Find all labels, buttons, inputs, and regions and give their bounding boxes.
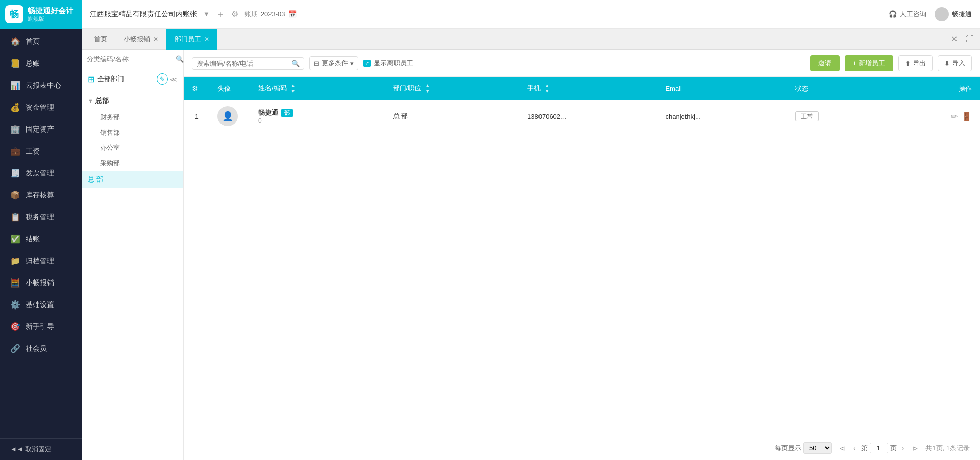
th-settings[interactable]: ⚙ (184, 77, 209, 100)
prev-page-button[interactable]: ‹ (850, 443, 859, 453)
collapse-dept-button[interactable]: ≪ (170, 73, 177, 85)
sidebar-item-expense-small[interactable]: 🧮 小畅报销 (0, 272, 82, 294)
sidebar-item-reports[interactable]: 📊 云报表中心 (0, 74, 82, 96)
export-button[interactable]: ⬆ 导出 (898, 55, 933, 71)
sidebar-item-label-archive: 归档管理 (26, 257, 54, 266)
headset-icon: 🎧 (889, 10, 897, 18)
add-employee-button[interactable]: + 新增员工 (845, 55, 893, 71)
cancel-pin-button[interactable]: ◄◄ 取消固定 (10, 445, 71, 454)
th-name-code[interactable]: 姓名/编码 ▲ ▼ (250, 77, 385, 100)
right-toolbar: 🔍 ⊟ 更多条件 ▾ ✓ 显示离职员工 邀请 + 新增员工 (184, 50, 980, 77)
user-menu[interactable]: 畅捷通 (935, 7, 972, 21)
dept-item-purchase[interactable]: 采购部 (94, 156, 183, 171)
app-title: 畅捷通好会计 (28, 6, 74, 15)
dept-header-actions: ✎ ≪ (157, 73, 177, 85)
close-tab-button[interactable]: ✕ (949, 32, 960, 46)
employee-code: 0 (258, 117, 377, 124)
row-email: chanjethkj... (657, 100, 787, 133)
expand-tab-button[interactable]: ⛶ (964, 33, 976, 46)
sort-mobile-icon: ▲ ▼ (545, 83, 550, 94)
consult-label: 人工咨询 (900, 10, 926, 19)
sidebar-item-payroll[interactable]: 💼 工资 (0, 140, 82, 162)
th-dept-position[interactable]: 部门/职位 ▲ ▼ (385, 77, 520, 100)
employee-table: ⚙ 头像 姓名/编码 ▲ ▼ 部门/职 (184, 77, 980, 133)
status-badge: 正常 (795, 111, 819, 121)
sidebar-item-all-apps[interactable]: 🔗 社会员 (0, 338, 82, 360)
edit-dept-button[interactable]: ✎ (157, 73, 168, 85)
page-size-select-input[interactable]: 50 100 (803, 442, 832, 454)
dept-item-finance[interactable]: 财务部 (94, 110, 183, 125)
sidebar-item-assets-mgmt[interactable]: 💰 资金管理 (0, 96, 82, 118)
expand-arrow: ▼ (88, 98, 93, 104)
calendar-icon[interactable]: 📅 (288, 10, 297, 18)
dept-item-office[interactable]: 办公室 (94, 140, 183, 156)
invite-button[interactable]: 邀请 (810, 55, 840, 71)
sidebar-item-label-ledger: 总账 (26, 59, 40, 68)
sidebar-item-guide[interactable]: 🎯 新手引导 (0, 316, 82, 338)
tab-home-label: 首页 (94, 35, 107, 44)
dept-item-sales[interactable]: 销售部 (94, 125, 183, 140)
th-mobile[interactable]: 手机 ▲ ▼ (519, 77, 657, 100)
dept-search-input[interactable] (87, 55, 173, 63)
checkout-icon: ✅ (10, 234, 20, 244)
sidebar-item-inventory[interactable]: 📦 库存核算 (0, 184, 82, 206)
th-avatar: 头像 (209, 77, 250, 100)
user-name: 畅捷通 (952, 10, 972, 19)
left-panel: 🔍 ⊞ 全部部门 ✎ ≪ ▼ 总部 财务部 (82, 50, 184, 460)
logo-text-area: 畅捷通好会计 旗舰版 (28, 6, 74, 23)
add-account-button[interactable]: ＋ (216, 8, 225, 20)
more-conditions-button[interactable]: ⊟ 更多条件 ▾ (309, 56, 358, 70)
expense-small-icon: 🧮 (10, 278, 20, 288)
settings-button[interactable]: ⚙ (231, 9, 238, 19)
import-button[interactable]: ⬇ 导入 (938, 55, 972, 71)
tab-department-close[interactable]: ✕ (204, 36, 209, 43)
sidebar-item-checkout[interactable]: ✅ 结账 (0, 228, 82, 250)
sidebar-item-label-fixed: 固定资产 (26, 125, 54, 134)
assets-icon: 💰 (10, 103, 20, 112)
avatar-placeholder-icon: 👤 (222, 111, 233, 122)
search-icon[interactable]: 🔍 (291, 60, 300, 67)
sidebar-item-fixed-assets[interactable]: 🏢 固定资产 (0, 118, 82, 140)
page-number-input[interactable] (870, 443, 888, 453)
sidebar-item-tax[interactable]: 📋 税务管理 (0, 206, 82, 228)
tab-expense-close[interactable]: ✕ (153, 36, 158, 43)
all-dept-header[interactable]: ⊞ 全部部门 ✎ ≪ (82, 68, 183, 90)
delete-employee-button[interactable]: 🚪 (962, 112, 972, 121)
sidebar-item-label-invoice: 发票管理 (26, 169, 54, 178)
import-icon: ⬇ (944, 60, 950, 67)
sidebar-item-label-home: 首页 (26, 37, 40, 46)
next-page-button[interactable]: › (899, 443, 908, 453)
all-apps-icon: 🔗 (10, 344, 20, 353)
tab-home[interactable]: 首页 (86, 29, 115, 50)
sidebar-item-home[interactable]: 🏠 首页 (0, 31, 82, 53)
show-resigned-toggle[interactable]: ✓ 显示离职员工 (363, 59, 413, 68)
edit-employee-button[interactable]: ✏ (951, 112, 958, 121)
page-size-selector: 每页显示 50 100 (775, 442, 832, 454)
th-actions: 操作 (887, 77, 980, 100)
first-page-button[interactable]: ⊲ (836, 443, 848, 453)
all-dept-label: 全部部门 (97, 74, 124, 84)
settings-icon: ⚙️ (10, 300, 20, 310)
employee-search-input[interactable] (197, 60, 288, 67)
sidebar-item-archive[interactable]: 📁 归档管理 (0, 250, 82, 272)
tab-department[interactable]: 部门员工 ✕ (166, 29, 217, 50)
sidebar-item-label-settings: 基础设置 (26, 300, 54, 310)
user-avatar (935, 7, 949, 21)
sidebar-item-label-all-apps: 社会员 (26, 344, 47, 353)
human-consult-button[interactable]: 🎧 人工咨询 (889, 10, 926, 19)
last-page-button[interactable]: ⊳ (909, 443, 921, 453)
dept-search-icon[interactable]: 🔍 (176, 55, 184, 63)
sort-name-icon: ▲ ▼ (290, 83, 296, 94)
fixed-assets-icon: 🏢 (10, 124, 20, 134)
app-subtitle: 旗舰版 (28, 15, 74, 23)
employee-name-text: 畅捷通 (258, 108, 278, 117)
sidebar-item-ledger[interactable]: 📒 总账 (0, 53, 82, 74)
tab-expense[interactable]: 小畅报销 ✕ (115, 29, 166, 50)
page-label-suffix: 页 (890, 444, 897, 453)
company-dropdown-arrow[interactable]: ▼ (203, 10, 210, 18)
sidebar-item-basic-settings[interactable]: ⚙️ 基础设置 (0, 294, 82, 316)
show-resigned-checkbox[interactable]: ✓ (363, 60, 371, 67)
dept-item-general[interactable]: 总 部 (82, 171, 183, 188)
dept-root[interactable]: ▼ 总部 (82, 92, 183, 110)
sidebar-item-invoice[interactable]: 🧾 发票管理 (0, 162, 82, 184)
